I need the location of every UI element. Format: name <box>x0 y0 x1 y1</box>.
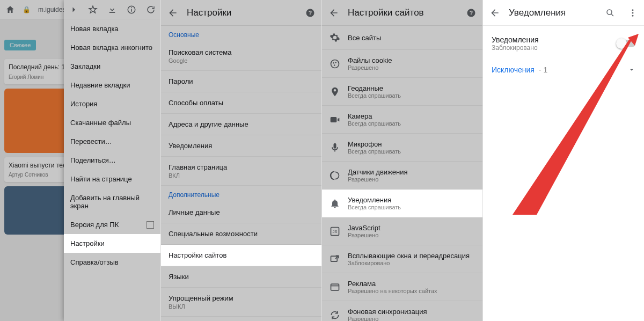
ads-icon <box>330 282 340 293</box>
setting-row[interactable]: Главная страницаВКЛ <box>161 157 321 186</box>
svg-point-10 <box>334 64 335 66</box>
notifications-label: Уведомления <box>492 35 539 44</box>
motion-icon <box>330 170 340 181</box>
exceptions-count: - 1 <box>539 65 547 74</box>
svg-point-8 <box>333 62 334 64</box>
site-setting-row[interactable]: КамераВсегда спрашивать <box>322 106 482 134</box>
page-title: Настройки сайтов <box>348 8 458 18</box>
setting-row[interactable]: Поисковая системаGoogle <box>161 42 321 71</box>
back-icon[interactable] <box>489 8 500 18</box>
help-icon[interactable]: ? <box>305 8 315 18</box>
search-icon[interactable] <box>605 8 615 18</box>
notifications-appbar: Уведомления <box>483 0 644 26</box>
setting-row[interactable]: Способы оплаты <box>161 92 321 114</box>
svg-rect-14 <box>331 284 339 290</box>
svg-point-25 <box>632 12 634 13</box>
svg-point-24 <box>632 9 634 11</box>
setting-row[interactable]: Личные данные <box>161 202 321 223</box>
settings-icon <box>330 32 340 43</box>
overflow-menu-highlight: Новая вкладкаНовая вкладка инкогнитоЗакл… <box>64 0 160 321</box>
lock-icon: 🔒 <box>23 6 31 13</box>
exceptions-row[interactable]: Исключения - 1 <box>492 60 635 79</box>
back-icon[interactable] <box>167 8 178 18</box>
svg-point-23 <box>607 10 612 14</box>
setting-row[interactable]: Уведомления <box>161 135 321 157</box>
page-title: Настройки <box>187 8 297 18</box>
camera-icon <box>330 114 340 125</box>
site-setting-row[interactable]: УведомленияВсегда спрашивать <box>322 189 482 217</box>
svg-point-26 <box>632 14 634 16</box>
cookie-icon <box>330 59 340 69</box>
setting-row[interactable]: Адреса и другие данные <box>161 114 321 135</box>
setting-row[interactable]: Скачанные файлы <box>161 317 321 321</box>
exceptions-label: Исключения <box>492 65 535 74</box>
site-setting-row[interactable]: Все сайты <box>322 26 482 50</box>
js-icon: JS <box>330 226 340 237</box>
svg-point-7 <box>331 60 339 68</box>
site-setting-row[interactable]: Фоновая синхронизацияРазрешено <box>322 301 482 321</box>
notifications-toggle[interactable] <box>617 40 635 47</box>
site-setting-row[interactable]: Всплывающие окна и переадресацияЗаблокир… <box>322 245 482 273</box>
site-settings-appbar: Настройки сайтов ? <box>322 0 482 26</box>
site-setting-row[interactable]: Файлы cookieРазрешено <box>322 50 482 78</box>
sync-icon <box>330 310 340 320</box>
setting-row[interactable]: Настройки сайтов <box>161 245 321 266</box>
site-setting-row[interactable]: РекламаРазрешено на некоторых сайтах <box>322 273 482 301</box>
page-title: Уведомления <box>509 8 592 18</box>
setting-row[interactable]: Специальные возможности <box>161 223 321 245</box>
setting-row[interactable]: Языки <box>161 266 321 288</box>
back-icon[interactable] <box>328 8 339 18</box>
menu-item-settings-highlight[interactable]: Настройки <box>64 234 160 253</box>
home-icon[interactable] <box>5 5 15 14</box>
notifications-status: Заблокировано <box>492 44 539 52</box>
svg-text:?: ? <box>309 9 312 16</box>
svg-text:?: ? <box>470 9 473 16</box>
more-icon[interactable] <box>628 8 638 18</box>
settings-appbar: Настройки ? <box>161 0 321 26</box>
setting-row[interactable]: Упрощенный режимВЫКЛ <box>161 288 321 317</box>
site-setting-row[interactable]: Датчики движенияРазрешено <box>322 162 482 189</box>
svg-point-9 <box>335 62 336 63</box>
svg-text:JS: JS <box>333 229 338 234</box>
pin-icon <box>330 86 340 97</box>
fresh-badge[interactable]: Свежее <box>4 40 36 50</box>
help-icon[interactable]: ? <box>466 8 476 18</box>
mic-icon <box>330 142 340 153</box>
setting-row[interactable]: Пароли <box>161 71 321 92</box>
notifications-toggle-row[interactable]: Уведомления Заблокировано <box>492 32 635 60</box>
site-setting-row[interactable]: МикрофонВсегда спрашивать <box>322 134 482 162</box>
section-label: Основные <box>161 26 321 42</box>
bell-icon <box>330 198 340 209</box>
section-label: Дополнительные <box>161 186 321 202</box>
svg-rect-13 <box>331 256 338 261</box>
popup-icon <box>330 254 340 265</box>
chevron-down-icon <box>628 66 635 74</box>
site-setting-row[interactable]: ГеоданныеВсегда спрашивать <box>322 78 482 106</box>
site-setting-row[interactable]: JSJavaScriptРазрешено <box>322 217 482 245</box>
